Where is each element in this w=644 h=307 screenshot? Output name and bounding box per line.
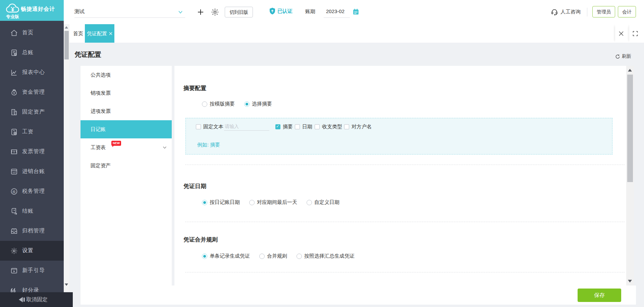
- closing-icon: [10, 207, 18, 215]
- radio-icon[interactable]: [259, 254, 265, 259]
- radio-icon[interactable]: [202, 101, 207, 107]
- add-account-set-icon[interactable]: [197, 8, 205, 16]
- building-icon: [10, 108, 18, 116]
- tax-icon: 税: [10, 187, 18, 195]
- checkbox-icon[interactable]: [295, 124, 300, 129]
- radio-merge-rule[interactable]: 合并规则: [259, 253, 287, 259]
- tab-voucher-config[interactable]: 凭证配置: [85, 24, 114, 43]
- tab-close-icon[interactable]: [109, 32, 112, 35]
- summary-checkbox[interactable]: 摘要: [275, 124, 293, 130]
- radio-journal-date[interactable]: 按日记账日期: [202, 199, 240, 206]
- top-bar: 测试 切到旧版 已认证 账期 2023-02: [64, 0, 644, 24]
- radio-period-last-day[interactable]: 对应期间最后一天: [249, 199, 297, 206]
- calendar-icon[interactable]: [352, 8, 360, 15]
- radio-selected-icon[interactable]: [244, 101, 250, 107]
- page-title: 凭证配置: [74, 50, 101, 59]
- section-title-merge-rules: 凭证合并规则: [183, 236, 218, 244]
- account-underline: [74, 17, 185, 18]
- sidebar-item-settings[interactable]: 设置: [0, 241, 64, 261]
- save-button[interactable]: 保存: [578, 289, 621, 302]
- gear-icon[interactable]: [211, 8, 219, 16]
- chevron-down-icon[interactable]: [178, 9, 183, 15]
- sidebar-item-home[interactable]: 首页: [0, 23, 64, 43]
- unpin-label: 取消固定: [26, 296, 48, 303]
- scroll-down-arrow-icon[interactable]: [628, 280, 632, 282]
- checkbox-icon[interactable]: [344, 124, 349, 129]
- account-selector[interactable]: 测试: [74, 8, 85, 15]
- live-support[interactable]: 人工咨询: [551, 8, 581, 15]
- certified-label: 已认证: [277, 8, 292, 14]
- sidebar-scrollbar-thumb[interactable]: [64, 31, 69, 59]
- tab-home[interactable]: 首页: [69, 24, 87, 43]
- close-all-tabs-button[interactable]: [615, 24, 627, 43]
- refresh-button[interactable]: 刷新: [615, 53, 631, 59]
- certified-badge[interactable]: 已认证: [269, 7, 292, 15]
- content-area: 凭证配置 刷新 公共选项 销项发票 进项发票 日记账 工资表 NEW 固定资产 …: [69, 43, 644, 307]
- radio-custom-date[interactable]: 自定义日期: [307, 199, 339, 206]
- subnav-journal[interactable]: 日记账: [80, 120, 172, 138]
- unpin-sidebar-button[interactable]: 取消固定: [0, 292, 73, 307]
- sidebar-item-payroll[interactable]: 工资: [0, 122, 64, 142]
- support-label: 人工咨询: [560, 9, 581, 15]
- role-admin-button[interactable]: 管理员: [592, 6, 615, 17]
- radio-selected-icon[interactable]: [202, 200, 207, 205]
- window-ledger-icon: [10, 168, 18, 176]
- radio-single-record[interactable]: 单条记录生成凭证: [202, 253, 250, 259]
- cloud-logo-icon: [5, 3, 20, 15]
- sidebar-item-archive[interactable]: 归档管理: [0, 221, 64, 241]
- fixed-text-input[interactable]: [224, 122, 269, 131]
- fixed-text-checkbox[interactable]: 固定文本: [196, 124, 223, 130]
- period-value[interactable]: 2023-02: [326, 8, 344, 14]
- sidebar-item-purchase-sales[interactable]: 进销台账: [0, 162, 64, 181]
- sidebar-item-closing[interactable]: 结账: [0, 201, 64, 221]
- chevron-down-icon[interactable]: [162, 145, 167, 150]
- section-title-summary: 摘要配置: [183, 84, 206, 92]
- date-checkbox[interactable]: 日期: [295, 124, 312, 130]
- subnav-purchase-invoice[interactable]: 进项发票: [80, 102, 172, 120]
- subnav-sales-invoice[interactable]: 销项发票: [80, 84, 172, 102]
- invoice-icon: [10, 148, 18, 156]
- sidebar-item-invoices[interactable]: 发票管理: [0, 142, 64, 162]
- collapse-left-icon: [19, 297, 25, 302]
- checkbox-checked-icon[interactable]: [275, 124, 280, 129]
- section-divider: [185, 222, 625, 222]
- tab-bar: 首页 凭证配置: [69, 24, 644, 43]
- radio-selected-icon[interactable]: [202, 254, 207, 259]
- sidebar-item-report-center[interactable]: 报表中心: [0, 62, 64, 82]
- income-type-checkbox[interactable]: 收支类型: [315, 124, 342, 130]
- sidebar-item-tax[interactable]: 税 税务管理: [0, 181, 64, 201]
- subnav-fixed-assets[interactable]: 固定资产: [80, 157, 172, 175]
- fullscreen-button[interactable]: [629, 24, 641, 43]
- shield-icon: [269, 7, 276, 15]
- radio-template-summary[interactable]: 按模版摘要: [202, 101, 235, 107]
- subnav-payroll-sheet[interactable]: 工资表 NEW: [80, 138, 172, 157]
- sidebar-item-funds[interactable]: 资金管理: [0, 82, 64, 102]
- sidebar-item-beginner-guide[interactable]: 新手引导: [0, 261, 64, 280]
- fullscreen-icon: [633, 31, 638, 36]
- scroll-up-arrow-icon[interactable]: [65, 26, 68, 29]
- period-underline: [324, 17, 350, 18]
- role-accountant-button[interactable]: 会计: [618, 6, 636, 17]
- scroll-down-arrow-icon[interactable]: [65, 283, 68, 286]
- subnav-common-options[interactable]: 公共选项: [80, 66, 172, 84]
- brand-edition: 专业版: [6, 14, 19, 20]
- ledger-icon: [10, 49, 18, 57]
- switch-old-version-button[interactable]: 切到旧版: [225, 7, 253, 17]
- counterparty-checkbox[interactable]: 对方户名: [344, 124, 372, 130]
- radio-icon[interactable]: [297, 254, 302, 259]
- sidebar-item-general-ledger[interactable]: 总账: [0, 43, 64, 62]
- radio-summary-merge[interactable]: 按照选择汇总生成凭证: [297, 253, 355, 259]
- main-scrollbar[interactable]: [626, 66, 634, 286]
- checkbox-icon[interactable]: [196, 124, 201, 129]
- radio-icon[interactable]: [307, 200, 312, 205]
- home-icon: [10, 29, 18, 37]
- voucher-date-radio-group: 按日记账日期 对应期间最后一天 自定义日期: [202, 199, 339, 206]
- radio-icon[interactable]: [249, 200, 255, 205]
- sidebar-item-fixed-assets[interactable]: 固定资产: [0, 102, 64, 122]
- checkbox-icon[interactable]: [315, 124, 320, 129]
- bottom-action-bar: 保存: [80, 286, 636, 305]
- sidebar-scrollbar[interactable]: [64, 24, 69, 292]
- main-scrollbar-thumb[interactable]: [627, 75, 633, 182]
- scroll-up-arrow-icon[interactable]: [628, 69, 632, 72]
- radio-select-summary[interactable]: 选择摘要: [244, 101, 272, 107]
